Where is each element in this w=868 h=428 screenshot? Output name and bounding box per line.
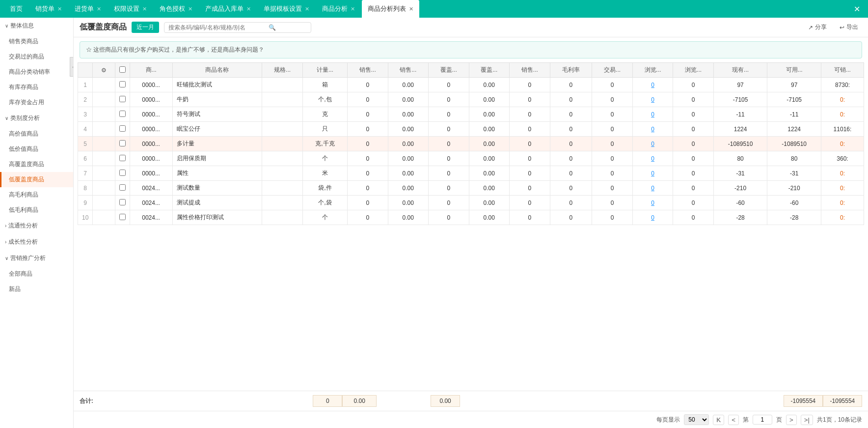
window-close-button[interactable]: ✕ bbox=[850, 4, 864, 14]
nav-tab-roles[interactable]: 角色授权 ✕ bbox=[154, 0, 198, 18]
close-icon[interactable]: ✕ bbox=[246, 6, 251, 12]
sidebar-item-traded-goods[interactable]: 交易过的商品 bbox=[0, 49, 73, 64]
col-unit[interactable]: 计量... bbox=[302, 63, 347, 78]
current-page-input[interactable] bbox=[753, 415, 772, 425]
row-checkbox-cell[interactable] bbox=[115, 210, 130, 225]
row-checkbox[interactable] bbox=[119, 140, 126, 146]
sidebar-item-category-turnover[interactable]: 商品分类动销率 bbox=[0, 64, 73, 80]
nav-tab-home[interactable]: 首页 bbox=[4, 0, 28, 18]
sidebar-item-sales-goods[interactable]: 销售类商品 bbox=[0, 34, 73, 49]
close-icon[interactable]: ✕ bbox=[188, 6, 192, 12]
row-browse1[interactable]: 0 bbox=[632, 78, 673, 92]
col-available[interactable]: 可用... bbox=[767, 63, 821, 78]
col-cover1[interactable]: 覆盖... bbox=[429, 63, 469, 78]
row-checkbox[interactable] bbox=[119, 81, 126, 87]
sidebar-item-low-coverage[interactable]: 低覆盖度商品 bbox=[0, 172, 73, 187]
select-all-checkbox[interactable] bbox=[119, 66, 126, 73]
col-code[interactable]: 商... bbox=[130, 63, 172, 78]
nav-tab-sales[interactable]: 销货单 ✕ bbox=[29, 0, 68, 18]
close-icon[interactable]: ✕ bbox=[97, 6, 101, 12]
page-size-select[interactable]: 50 100 200 bbox=[684, 414, 709, 425]
sidebar-section-liquidity[interactable]: › 流通性分析 bbox=[0, 218, 73, 234]
row-browse1[interactable]: 0 bbox=[632, 137, 673, 151]
search-icon[interactable]: 🔍 bbox=[269, 24, 276, 31]
share-button[interactable]: ↗ 分享 bbox=[804, 22, 831, 33]
row-checkbox[interactable] bbox=[119, 111, 126, 117]
col-cover2[interactable]: 覆盖... bbox=[469, 63, 510, 78]
row-browse1[interactable]: 0 bbox=[632, 196, 673, 210]
col-browse1[interactable]: 浏览... bbox=[632, 63, 673, 78]
nav-tab-purchase[interactable]: 进货单 ✕ bbox=[69, 0, 107, 18]
row-checkbox-cell[interactable] bbox=[115, 107, 130, 122]
close-icon[interactable]: ✕ bbox=[57, 6, 62, 12]
sidebar-item-new-goods[interactable]: 新品 bbox=[0, 282, 73, 297]
col-settings[interactable]: ⚙ bbox=[93, 63, 115, 78]
nav-tab-analysis-list[interactable]: 商品分析列表 ✕ bbox=[362, 0, 419, 18]
close-icon[interactable]: ✕ bbox=[351, 6, 355, 12]
nav-tab-product-entry[interactable]: 产成品入库单 ✕ bbox=[199, 0, 257, 18]
sidebar-item-stock-capital[interactable]: 库存资金占用 bbox=[0, 95, 73, 110]
col-sales-qty[interactable]: 销售... bbox=[347, 63, 388, 78]
prev-page-button[interactable]: < bbox=[728, 415, 739, 425]
col-sales-amt[interactable]: 销售... bbox=[388, 63, 429, 78]
row-checkbox[interactable] bbox=[119, 125, 126, 132]
row-checkbox[interactable] bbox=[119, 170, 126, 176]
close-icon[interactable]: ✕ bbox=[142, 6, 147, 12]
col-browse2[interactable]: 浏览... bbox=[673, 63, 714, 78]
row-checkbox-cell[interactable] bbox=[115, 78, 130, 92]
sidebar-section-overall[interactable]: ∨ 整体信息 bbox=[0, 18, 73, 34]
sidebar-item-high-value[interactable]: 高价值商品 bbox=[0, 126, 73, 142]
row-browse1[interactable]: 0 bbox=[632, 210, 673, 225]
col-checkbox[interactable] bbox=[115, 63, 130, 78]
row-checkbox-cell[interactable] bbox=[115, 137, 130, 151]
col-current-stock[interactable]: 现有... bbox=[713, 63, 767, 78]
close-icon[interactable]: ✕ bbox=[305, 6, 309, 12]
next-page-button[interactable]: > bbox=[786, 415, 797, 425]
row-checkbox[interactable] bbox=[119, 199, 126, 205]
sidebar-item-low-value[interactable]: 低价值商品 bbox=[0, 142, 73, 157]
row-checkbox[interactable] bbox=[119, 214, 126, 220]
nav-tab-permissions[interactable]: 权限设置 ✕ bbox=[108, 0, 153, 18]
sidebar-item-high-coverage[interactable]: 高覆盖度商品 bbox=[0, 157, 73, 172]
row-current-stock: 80 bbox=[713, 151, 767, 166]
search-input[interactable] bbox=[168, 24, 267, 31]
row-browse1[interactable]: 0 bbox=[632, 181, 673, 196]
row-checkbox[interactable] bbox=[119, 184, 126, 191]
row-browse1[interactable]: 0 bbox=[632, 166, 673, 181]
last-page-button[interactable]: >| bbox=[801, 415, 813, 425]
col-trade[interactable]: 交易... bbox=[592, 63, 633, 78]
col-sellable[interactable]: 可销... bbox=[821, 63, 864, 78]
close-icon[interactable]: ✕ bbox=[409, 6, 413, 12]
sidebar-section-marketing[interactable]: ∨ 营销推广分析 bbox=[0, 250, 73, 266]
row-checkbox-cell[interactable] bbox=[115, 166, 130, 181]
sidebar-item-high-margin[interactable]: 高毛利商品 bbox=[0, 187, 73, 202]
row-checkbox-cell[interactable] bbox=[115, 92, 130, 107]
col-sales2[interactable]: 销售... bbox=[510, 63, 550, 78]
sidebar-item-low-margin[interactable]: 低毛利商品 bbox=[0, 202, 73, 218]
sidebar-item-all-goods[interactable]: 全部商品 bbox=[0, 266, 73, 282]
export-button[interactable]: ↩ 导出 bbox=[836, 22, 862, 33]
first-page-button[interactable]: K bbox=[713, 415, 724, 425]
nav-tab-template[interactable]: 单据模板设置 ✕ bbox=[258, 0, 315, 18]
sidebar-item-stock-goods[interactable]: 有库存商品 bbox=[0, 80, 73, 95]
sidebar-section-growth[interactable]: › 成长性分析 bbox=[0, 234, 73, 250]
row-browse1[interactable]: 0 bbox=[632, 122, 673, 137]
col-spec[interactable]: 规格... bbox=[262, 63, 303, 78]
col-gross-rate[interactable]: 毛利率 bbox=[550, 63, 592, 78]
row-checkbox-cell[interactable] bbox=[115, 151, 130, 166]
row-sales2: 0 bbox=[510, 166, 550, 181]
col-name[interactable]: 商品名称 bbox=[172, 63, 262, 78]
row-browse1[interactable]: 0 bbox=[632, 92, 673, 107]
row-checkbox-cell[interactable] bbox=[115, 122, 130, 137]
row-browse1[interactable]: 0 bbox=[632, 107, 673, 122]
row-checkbox-cell[interactable] bbox=[115, 181, 130, 196]
table-container[interactable]: ⚙ 商... 商品名称 规格... 计量... 销售... 销售... 覆盖..… bbox=[78, 62, 864, 391]
sidebar-section-category-analysis[interactable]: ∨ 类别度分析 bbox=[0, 110, 73, 126]
nav-tab-analysis[interactable]: 商品分析 ✕ bbox=[316, 0, 361, 18]
sidebar-collapse-button[interactable]: « bbox=[70, 57, 74, 77]
row-checkbox[interactable] bbox=[119, 96, 126, 102]
time-filter-button[interactable]: 近一月 bbox=[132, 22, 159, 33]
row-browse1[interactable]: 0 bbox=[632, 151, 673, 166]
row-checkbox[interactable] bbox=[119, 155, 126, 161]
row-checkbox-cell[interactable] bbox=[115, 196, 130, 210]
